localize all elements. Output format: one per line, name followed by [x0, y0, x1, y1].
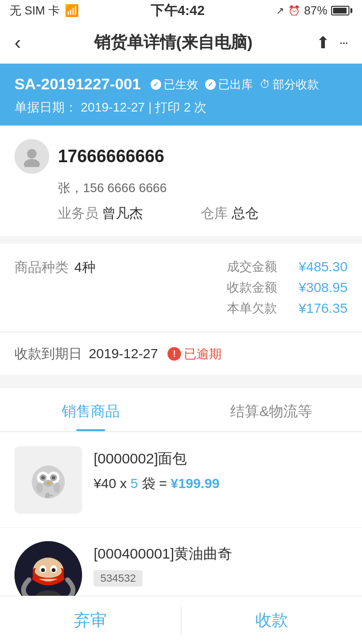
debt-value: ¥176.35	[285, 301, 348, 316]
nav-bar: ‹ 销货单详情(来自电脑) ⬆ ···	[0, 21, 362, 64]
product-price-1: ¥40	[94, 476, 116, 491]
print-suffix: 次	[194, 100, 207, 114]
deal-amount-label: 成交金额	[227, 258, 277, 275]
summary-right: 成交金额 ¥485.30 收款金额 ¥308.95 本单欠款 ¥176.35	[227, 258, 348, 317]
product-total-1: ¥199.99	[171, 476, 220, 491]
cancel-button[interactable]: 弃审	[0, 596, 181, 644]
list-item: 鼎+ [0000002]面包 ¥40 x 5 袋 = ¥199.99	[0, 433, 362, 528]
status-bar-left: 无 SIM 卡 📶	[10, 3, 79, 18]
tab-sales-label: 销售商品	[62, 403, 120, 419]
product-name-2: [000400001]黄油曲奇	[94, 544, 348, 564]
status-tags: 已生效 已出库 ⏱ 部分收款	[151, 77, 319, 92]
bottom-bar: 弃审 收款	[0, 596, 362, 644]
overdue-badge: ! 已逾期	[167, 346, 222, 363]
header-banner-top: SA-20191227-001 已生效 已出库 ⏱ 部分收款	[14, 75, 348, 93]
product-image-1: 鼎+	[14, 446, 82, 514]
salesperson-item: 业务员 曾凡杰	[58, 204, 143, 223]
status-effective-label: 已生效	[164, 77, 198, 92]
debt-label: 本单欠款	[227, 300, 277, 317]
svg-point-20	[41, 568, 45, 572]
status-shipped-label: 已出库	[218, 77, 253, 92]
debt-row: 本单欠款 ¥176.35	[227, 300, 348, 317]
status-bar-right: ↗ ⏰ 87%	[276, 4, 352, 17]
status-tag-shipped: 已出库	[205, 77, 253, 92]
deal-amount-row: 成交金额 ¥485.30	[227, 258, 348, 275]
received-amount-label: 收款金额	[227, 279, 277, 296]
time-display: 下午4:42	[151, 1, 205, 20]
svg-text:鼎+: 鼎+	[45, 492, 53, 498]
page-title: 销货单详情(来自电脑)	[30, 31, 316, 54]
wifi-icon: 📶	[65, 4, 79, 17]
thin-divider	[0, 331, 362, 332]
battery-label: 87%	[304, 4, 327, 17]
product-equal-1: =	[159, 476, 170, 491]
check-icon-shipped	[205, 79, 216, 90]
nav-actions: ⬆ ···	[316, 33, 348, 52]
tabs-section: 销售商品 结算&物流等	[0, 388, 362, 432]
battery-icon	[331, 6, 352, 15]
received-amount-row: 收款金额 ¥308.95	[227, 279, 348, 296]
check-icon-effective	[151, 79, 161, 90]
due-section: 收款到期日 2019-12-27 ! 已逾期	[0, 333, 362, 375]
tab-settlement-label: 结算&物流等	[230, 403, 312, 419]
warehouse-value: 总仓	[232, 204, 259, 223]
kind-value: 4种	[74, 258, 96, 277]
order-number: SA-20191227-001	[14, 75, 141, 93]
print-label: | 打印	[148, 100, 180, 114]
date-label: 单据日期：	[14, 100, 77, 114]
svg-point-0	[27, 149, 37, 159]
svg-point-1	[24, 159, 40, 168]
kind-label: 商品种类	[14, 258, 69, 277]
salesperson-value: 曾凡杰	[102, 204, 143, 223]
confirm-button[interactable]: 收款	[181, 596, 362, 644]
alarm-icon: ⏰	[288, 5, 300, 16]
overdue-icon: !	[167, 347, 181, 361]
due-date-value: 2019-12-27	[89, 346, 158, 362]
date-value: 2019-12-27	[81, 100, 145, 114]
svg-point-7	[42, 476, 45, 479]
svg-point-11	[36, 482, 43, 493]
share-button[interactable]: ⬆	[316, 33, 330, 52]
customer-section: 17666666666 张，156 6666 6666 业务员 曾凡杰 仓库 总…	[0, 126, 362, 236]
clock-icon: ⏱	[260, 78, 270, 91]
deal-amount-value: ¥485.30	[285, 259, 348, 275]
received-amount-value: ¥308.95	[285, 280, 348, 295]
warehouse-item: 仓库 总仓	[201, 204, 259, 223]
customer-meta: 业务员 曾凡杰 仓库 总仓	[14, 204, 348, 223]
product-info-1: [0000002]面包 ¥40 x 5 袋 = ¥199.99	[94, 446, 348, 493]
avatar	[14, 139, 49, 174]
product-qty-1: 5	[130, 476, 138, 491]
status-tag-effective: 已生效	[151, 77, 198, 92]
back-button[interactable]: ‹	[14, 33, 30, 52]
product-multiply-1: x	[120, 476, 131, 491]
product-price-line-1: ¥40 x 5 袋 = ¥199.99	[94, 475, 348, 493]
status-partial-label: 部分收款	[273, 77, 319, 92]
summary-section: 商品种类 4种 成交金额 ¥485.30 收款金额 ¥308.95 本单欠款 ¥…	[0, 244, 362, 331]
warehouse-label: 仓库	[201, 204, 228, 223]
svg-point-8	[52, 476, 55, 479]
summary-left: 商品种类 4种	[14, 258, 96, 277]
owl-icon: 鼎+	[27, 458, 70, 502]
owl-svg: 鼎+	[27, 458, 70, 502]
status-tag-partial: ⏱ 部分收款	[260, 77, 319, 92]
divider-1	[0, 236, 362, 244]
svg-point-17	[35, 564, 62, 578]
product-name-1: [0000002]面包	[94, 449, 348, 469]
divider-2	[0, 375, 362, 381]
svg-point-12	[54, 482, 60, 493]
tab-settlement[interactable]: 结算&物流等	[181, 388, 362, 431]
customer-phone: 17666666666	[58, 146, 164, 167]
carrier-label: 无 SIM 卡	[10, 3, 60, 18]
tab-sales-products[interactable]: 销售商品	[0, 388, 181, 431]
customer-sub-info: 张，156 6666 6666	[14, 180, 348, 196]
status-bar: 无 SIM 卡 📶 下午4:42 ↗ ⏰ 87%	[0, 0, 362, 21]
svg-point-21	[52, 568, 56, 572]
tabs-row: 销售商品 结算&物流等	[0, 388, 362, 431]
more-button[interactable]: ···	[339, 35, 348, 50]
product-unit-1: 袋	[142, 476, 155, 491]
overdue-text: 已逾期	[184, 346, 222, 363]
summary-row: 商品种类 4种 成交金额 ¥485.30 收款金额 ¥308.95 本单欠款 ¥…	[14, 258, 348, 317]
product-sku-badge: 534532	[94, 570, 142, 587]
print-count: 2	[184, 100, 191, 114]
due-label: 收款到期日	[14, 345, 82, 363]
